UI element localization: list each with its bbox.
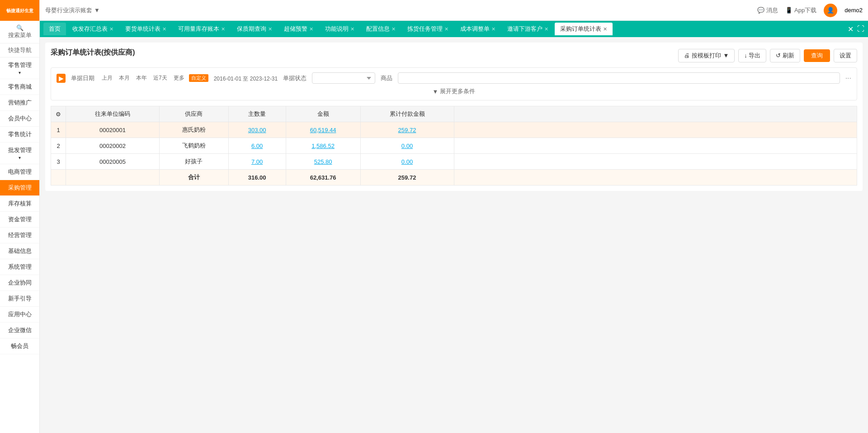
col-paid: 累计付款金额 bbox=[360, 106, 454, 122]
row-code: 00020002 bbox=[66, 138, 160, 154]
tab-close-consign-task[interactable]: ✕ bbox=[444, 26, 448, 32]
nav-tab-cost-adjust[interactable]: 成本调整单✕ bbox=[455, 23, 501, 35]
footer-qty: 316.00 bbox=[228, 170, 286, 186]
sidebar-item-enterprise[interactable]: 企业协同 bbox=[0, 275, 39, 291]
maximize-icon[interactable]: ⛶ bbox=[857, 25, 864, 33]
expand-more-btn[interactable]: ▼ 展开更多条件 bbox=[57, 87, 851, 95]
settings-button[interactable]: 设置 bbox=[834, 49, 857, 62]
expand-arrow-icon: ▼ bbox=[433, 88, 439, 95]
nav-tab-overstock[interactable]: 超储预警✕ bbox=[278, 23, 319, 35]
row-paid[interactable]: 0.00 bbox=[360, 154, 454, 170]
tab-close-purchase-stats[interactable]: ✕ bbox=[603, 26, 607, 32]
tab-close-invite-down[interactable]: ✕ bbox=[544, 26, 548, 32]
sidebar-search[interactable]: 🔍 搜索菜单 bbox=[0, 21, 39, 43]
nav-tabs-controls: ✕ ⛶ bbox=[848, 25, 864, 33]
sidebar-item-purchase[interactable]: 采购管理 bbox=[0, 180, 39, 196]
sidebar-item-retail-shop[interactable]: 零售商城 bbox=[0, 79, 39, 95]
row-qty[interactable]: 7.00 bbox=[228, 154, 286, 170]
row-amount[interactable]: 1,586.52 bbox=[286, 138, 360, 154]
nav-tab-config-info[interactable]: 配置信息✕ bbox=[361, 23, 401, 35]
sidebar-item-ecommerce[interactable]: 电商管理 bbox=[0, 164, 39, 180]
tab-close-shelf-life[interactable]: ✕ bbox=[268, 26, 272, 32]
table-row: 3 00020005 好孩子 7.00 525.80 0.00 bbox=[51, 154, 857, 170]
nav-tab-collect-pay[interactable]: 收发存汇总表✕ bbox=[67, 23, 119, 35]
table-header-row: ⚙ 往来单位编码 供应商 主数量 金额 累计付款金额 bbox=[51, 106, 857, 122]
col-extra bbox=[454, 106, 857, 122]
date-more[interactable]: 更多 bbox=[172, 73, 186, 83]
nav-tab-consign-task[interactable]: 拣货任务管理✕ bbox=[402, 23, 454, 35]
print-button[interactable]: 🖨 按模板打印 ▼ bbox=[678, 49, 735, 62]
workspace-selector[interactable]: 母婴行业演示账套 ▼ bbox=[45, 6, 118, 14]
date-range-display: 2016-01-01 至 2023-12-31 bbox=[214, 75, 278, 83]
row-paid[interactable]: 259.72 bbox=[360, 122, 454, 138]
app-download-btn[interactable]: 📱 App下载 bbox=[785, 6, 816, 14]
sidebar-item-operations[interactable]: 经营管理 bbox=[0, 228, 39, 243]
sidebar-item-system[interactable]: 系统管理 bbox=[0, 259, 39, 275]
sidebar-item-finance[interactable]: 资金管理 bbox=[0, 212, 39, 228]
sidebar-item-basic-info[interactable]: 基础信息 bbox=[0, 243, 39, 259]
goods-more-icon[interactable]: ··· bbox=[845, 74, 851, 82]
sidebar-item-retail-stats[interactable]: 零售统计 bbox=[0, 127, 39, 143]
nav-tab-goods-stats[interactable]: 要货单统计表✕ bbox=[120, 23, 172, 35]
tab-close-collect-pay[interactable]: ✕ bbox=[109, 26, 113, 32]
message-btn[interactable]: 💬 消息 bbox=[757, 6, 778, 14]
tab-close-cost-adjust[interactable]: ✕ bbox=[491, 26, 495, 32]
sidebar-item-member[interactable]: 会员中心 bbox=[0, 111, 39, 127]
filter-row-main: ▶ 单据日期 上月 本月 本年 近7天 更多 自定义 2016-01-01 至 … bbox=[57, 72, 851, 84]
sidebar-item-marketing[interactable]: 营销推广 bbox=[0, 95, 39, 111]
row-amount[interactable]: 60,519.44 bbox=[286, 122, 360, 138]
tab-close-goods-stats[interactable]: ✕ bbox=[162, 26, 166, 32]
status-select[interactable] bbox=[312, 72, 375, 84]
col-settings[interactable]: ⚙ bbox=[51, 106, 66, 122]
nav-tab-invite-down[interactable]: 邀请下游客户✕ bbox=[502, 23, 554, 35]
sidebar-item-wechat[interactable]: 企业微信 bbox=[0, 323, 39, 338]
print-icon: 🖨 bbox=[684, 52, 690, 59]
row-paid[interactable]: 0.00 bbox=[360, 138, 454, 154]
date-this-month[interactable]: 本月 bbox=[117, 73, 132, 83]
nav-tab-home[interactable]: 首页 bbox=[43, 23, 66, 35]
date-this-year[interactable]: 本年 bbox=[134, 73, 149, 83]
user-avatar[interactable]: 👤 bbox=[824, 4, 837, 17]
nav-tab-func-desc[interactable]: 功能说明✕ bbox=[320, 23, 360, 35]
tab-close-overstock[interactable]: ✕ bbox=[309, 26, 313, 32]
sidebar-item-wholesale[interactable]: 批发管理▾ bbox=[0, 143, 39, 164]
sidebar-item-vip[interactable]: 畅会员 bbox=[0, 338, 39, 354]
goods-input[interactable] bbox=[398, 72, 840, 84]
refresh-button[interactable]: ↺ 刷新 bbox=[770, 49, 800, 62]
nav-tab-usable-inv[interactable]: 可用量库存账本✕ bbox=[173, 23, 231, 35]
close-all-icon[interactable]: ✕ bbox=[848, 25, 854, 33]
tab-close-func-desc[interactable]: ✕ bbox=[350, 26, 354, 32]
data-table: ⚙ 往来单位编码 供应商 主数量 金额 累计付款金额 1 00020001 惠氏… bbox=[51, 106, 857, 186]
date-custom-badge[interactable]: 自定义 bbox=[189, 74, 208, 82]
filter-toggle-btn[interactable]: ▶ bbox=[57, 74, 66, 83]
nav-tab-purchase-stats[interactable]: 采购订单统计表✕ bbox=[555, 23, 613, 35]
sidebar-item-inventory[interactable]: 库存核算 bbox=[0, 196, 39, 212]
row-amount[interactable]: 525.80 bbox=[286, 154, 360, 170]
nav-tabs: 首页收发存汇总表✕要货单统计表✕可用量库存账本✕保质期查询✕超储预警✕功能说明✕… bbox=[40, 21, 868, 37]
status-label: 单据状态 bbox=[283, 74, 307, 82]
col-amount: 金额 bbox=[286, 106, 360, 122]
export-icon: ↓ bbox=[744, 52, 747, 59]
sidebar-item-retail-mgmt[interactable]: 零售管理▾ bbox=[0, 57, 39, 79]
row-code: 00020005 bbox=[66, 154, 160, 170]
export-button[interactable]: ↓ 导出 bbox=[738, 49, 766, 62]
sidebar-shortcut[interactable]: 快捷导航 bbox=[0, 43, 39, 57]
row-qty[interactable]: 303.00 bbox=[228, 122, 286, 138]
tab-close-config-info[interactable]: ✕ bbox=[392, 26, 396, 32]
date-options: 上月 本月 本年 近7天 更多 自定义 bbox=[100, 73, 208, 83]
date-7days[interactable]: 近7天 bbox=[151, 73, 169, 83]
date-last-month[interactable]: 上月 bbox=[100, 73, 114, 83]
filter-bar: ▶ 单据日期 上月 本月 本年 近7天 更多 自定义 2016-01-01 至 … bbox=[51, 67, 857, 100]
page-header-actions: 🖨 按模板打印 ▼ ↓ 导出 ↺ 刷新 查询 bbox=[678, 49, 857, 62]
nav-tab-shelf-life[interactable]: 保质期查询✕ bbox=[231, 23, 278, 35]
username-label: demo2 bbox=[844, 7, 863, 14]
nav-tabs-list: 首页收发存汇总表✕要货单统计表✕可用量库存账本✕保质期查询✕超储预警✕功能说明✕… bbox=[43, 23, 847, 35]
query-button[interactable]: 查询 bbox=[804, 49, 830, 62]
content-area: 采购订单统计表(按供应商) 🖨 按模板打印 ▼ ↓ 导出 ↺ 刷新 bbox=[40, 37, 868, 433]
goods-label: 商品 bbox=[381, 74, 392, 82]
row-supplier: 好孩子 bbox=[159, 154, 228, 170]
tab-close-usable-inv[interactable]: ✕ bbox=[221, 26, 225, 32]
sidebar-item-guide[interactable]: 新手引导 bbox=[0, 291, 39, 307]
row-qty[interactable]: 6.00 bbox=[228, 138, 286, 154]
sidebar-item-app-center[interactable]: 应用中心 bbox=[0, 307, 39, 323]
